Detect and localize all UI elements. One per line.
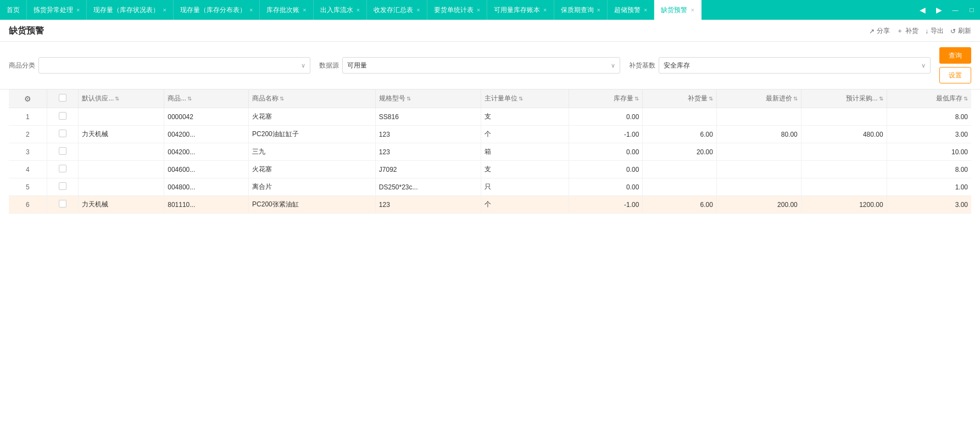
nav-tab-9[interactable]: 保质期查询× xyxy=(554,0,608,20)
nav-tab-close-10[interactable]: × xyxy=(644,7,647,13)
cell-minstock-1: 3.00 xyxy=(887,126,971,143)
sort-name-icon[interactable]: ⇅ xyxy=(280,96,284,102)
nav-tab-close-9[interactable]: × xyxy=(597,7,600,13)
replenish-icon: ＋ xyxy=(897,26,903,36)
export-button[interactable]: ↓ 导出 xyxy=(925,26,944,36)
row-checkbox-5[interactable] xyxy=(59,200,66,208)
nav-tab-close-7[interactable]: × xyxy=(477,7,480,13)
cell-replenish-1: 6.00 xyxy=(643,126,717,143)
nav-tab-1[interactable]: 拣货异常处理× xyxy=(27,0,87,20)
nav-tab-6[interactable]: 收发存汇总表× xyxy=(367,0,427,20)
sort-minstock-icon[interactable]: ⇅ xyxy=(964,96,968,102)
datasource-filter-select[interactable]: 可用量 ∨ xyxy=(342,57,621,74)
cell-unit-5: 个 xyxy=(481,196,569,214)
replenish-button[interactable]: ＋ 补货 xyxy=(897,26,918,36)
row-checkbox-2[interactable] xyxy=(59,147,66,155)
nav-tab-2[interactable]: 现存量（库存状况表）× xyxy=(87,0,173,20)
sort-replenish-icon[interactable]: ⇅ xyxy=(709,96,713,102)
nav-tab-close-1[interactable]: × xyxy=(76,7,80,13)
row-checkbox-1[interactable] xyxy=(59,130,66,137)
table-header-row: ⚙ 默认供应...⇅ 商品...⇅ 商品名称⇅ 规格型号⇅ xyxy=(9,89,971,108)
table-body: 10000042火花塞SS816支0.008.002力天机械004200...P… xyxy=(9,108,971,214)
category-filter-label: 商品分类 xyxy=(9,61,35,70)
nav-tab-4[interactable]: 库存批次账× xyxy=(260,0,313,20)
sort-stock-icon[interactable]: ⇅ xyxy=(634,96,639,102)
cell-index-2: 3 xyxy=(9,143,47,161)
cell-supplier-1: 力天机械 xyxy=(79,126,164,143)
th-code: 商品...⇅ xyxy=(164,89,249,108)
cell-supplier-3 xyxy=(79,161,164,178)
nav-tab-close-2[interactable]: × xyxy=(163,7,166,13)
replenish-basis-select[interactable]: 安全库存 ∨ xyxy=(659,57,931,74)
cell-code-4: 004800... xyxy=(164,178,249,196)
sort-price-icon[interactable]: ⇅ xyxy=(793,96,798,102)
nav-tab-label-10: 超储预警 xyxy=(614,5,641,15)
nav-tab-close-6[interactable]: × xyxy=(416,7,420,13)
nav-tab-close-4[interactable]: × xyxy=(303,7,306,13)
filter-bar: 商品分类 ∨ 数据源 可用量 ∨ 补货基数 安全库存 ∨ 查询 设置 xyxy=(0,42,980,89)
share-button[interactable]: ↗ 分享 xyxy=(869,26,890,36)
nav-tab-3[interactable]: 现存量（库存分布表）× xyxy=(174,0,260,20)
cell-unit-4: 只 xyxy=(481,178,569,196)
nav-tab-7[interactable]: 要货单统计表× xyxy=(427,0,487,20)
settings-button[interactable]: 设置 xyxy=(939,67,971,83)
cell-spec-5: 123 xyxy=(375,196,481,214)
nav-tab-close-11[interactable]: × xyxy=(691,7,694,13)
window-maximize[interactable]: □ xyxy=(964,0,980,20)
tabs-scroll-prev[interactable]: ◀ xyxy=(914,0,931,20)
row-checkbox-4[interactable] xyxy=(59,182,66,190)
nav-tab-close-8[interactable]: × xyxy=(543,7,547,13)
cell-index-3: 4 xyxy=(9,161,47,178)
table-settings-icon[interactable]: ⚙ xyxy=(24,94,31,103)
cell-price-5: 200.00 xyxy=(716,196,801,214)
nav-tab-11[interactable]: 缺货预警× xyxy=(654,0,701,20)
cell-index-5: 6 xyxy=(9,196,47,214)
refresh-button[interactable]: ↺ 刷新 xyxy=(950,26,971,36)
row-checkbox-3[interactable] xyxy=(59,165,66,172)
sort-purchase-icon[interactable]: ⇅ xyxy=(879,96,883,102)
cell-supplier-0 xyxy=(79,108,164,126)
nav-tab-5[interactable]: 出入库流水× xyxy=(314,0,367,20)
replenish-basis-label: 补货基数 xyxy=(629,61,655,70)
query-button[interactable]: 查询 xyxy=(939,47,971,64)
cell-index-0: 1 xyxy=(9,108,47,126)
tabs-scroll-next[interactable]: ▶ xyxy=(931,0,947,20)
export-icon: ↓ xyxy=(925,27,928,35)
nav-tab-label-9: 保质期查询 xyxy=(561,5,594,15)
nav-tab-close-5[interactable]: × xyxy=(357,7,360,13)
cell-checkbox-4 xyxy=(47,178,79,196)
page-content: 缺货预警 ↗ 分享 ＋ 补货 ↓ 导出 ↺ 刷新 商品分类 xyxy=(0,20,980,437)
window-minimize[interactable]: — xyxy=(947,0,964,20)
cell-stock-1: -1.00 xyxy=(569,126,643,143)
nav-tab-close-3[interactable]: × xyxy=(249,7,253,13)
row-checkbox-0[interactable] xyxy=(59,112,66,120)
cell-checkbox-3 xyxy=(47,161,79,178)
nav-tab-label-1: 拣货异常处理 xyxy=(34,5,73,15)
cell-index-4: 5 xyxy=(9,178,47,196)
cell-name-3: 火花塞 xyxy=(249,161,376,178)
select-all-checkbox[interactable] xyxy=(59,94,66,102)
category-filter-group: 商品分类 ∨ xyxy=(9,57,310,74)
datasource-chevron-icon: ∨ xyxy=(611,62,615,69)
sort-spec-icon[interactable]: ⇅ xyxy=(407,96,411,102)
cell-spec-4: DS250*23c... xyxy=(375,178,481,196)
datasource-filter-label: 数据源 xyxy=(319,61,339,70)
nav-tab-8[interactable]: 可用量库存账本× xyxy=(487,0,554,20)
sort-unit-icon[interactable]: ⇅ xyxy=(519,96,523,102)
nav-tab-0[interactable]: 首页 xyxy=(0,0,27,20)
category-chevron-icon: ∨ xyxy=(301,62,305,69)
nav-tab-10[interactable]: 超储预警× xyxy=(608,0,654,20)
cell-code-5: 801110... xyxy=(164,196,249,214)
cell-checkbox-0 xyxy=(47,108,79,126)
cell-checkbox-1 xyxy=(47,126,79,143)
sort-supplier-icon[interactable]: ⇅ xyxy=(115,96,119,102)
th-settings: ⚙ xyxy=(9,89,47,108)
cell-price-0 xyxy=(716,108,801,126)
nav-tab-label-8: 可用量库存账本 xyxy=(494,5,540,15)
sort-code-icon[interactable]: ⇅ xyxy=(187,96,192,102)
th-spec: 规格型号⇅ xyxy=(375,89,481,108)
category-filter-select[interactable]: ∨ xyxy=(38,57,310,74)
cell-unit-3: 支 xyxy=(481,161,569,178)
table-row: 4004600...火花塞J7092支0.008.00 xyxy=(9,161,971,178)
cell-spec-2: 123 xyxy=(375,143,481,161)
